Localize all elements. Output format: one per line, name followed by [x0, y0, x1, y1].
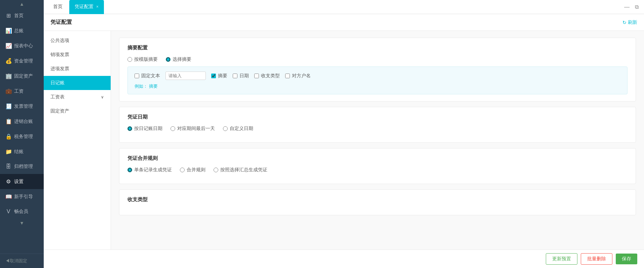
sidebar-item-invoice-mgmt[interactable]: 🧾 发票管理 — [0, 99, 44, 114]
checkbox-date-input[interactable] — [233, 74, 237, 78]
tax-icon: 🔒 — [5, 133, 11, 140]
chevron-down-icon: ∨ — [101, 95, 104, 99]
checkbox-summary-input[interactable] — [211, 74, 216, 78]
sidebar-item-reports[interactable]: 📈 报表中心 — [0, 38, 44, 53]
batch-delete-button[interactable]: 批量删除 — [581, 253, 612, 265]
update-preview-button[interactable]: 更新预置 — [546, 253, 577, 265]
tab-home[interactable]: 首页 — [48, 0, 68, 14]
sidebar-unpin-button[interactable]: ◀取消固定 — [0, 254, 44, 268]
right-content: 摘要配置 按模版摘要 选择摘要 固定文本 — [111, 31, 644, 250]
checkbox-summary[interactable]: 摘要 — [211, 73, 227, 79]
sidebar-item-fixed-assets[interactable]: 🏢 固定资产 — [0, 69, 44, 84]
tab-voucher-config[interactable]: 凭证配置 × — [69, 0, 104, 14]
content-body: 公共选项 销项发票 进项发票 日记账 工资表 ∨ 固定资产 摘要配置 — [44, 31, 644, 250]
income-section: 收支类型 — [119, 189, 636, 215]
nav-item-fixed-assets[interactable]: 固定资产 — [44, 104, 111, 118]
invoice-mgmt-icon: 🧾 — [5, 103, 11, 109]
merge-section: 凭证合并规则 单条记录生成凭证 合并规则 按照选择汇总生成凭证 — [119, 148, 636, 184]
checkbox-date[interactable]: 日期 — [233, 73, 249, 79]
radio-accounting-date[interactable]: 按日记账日期 — [127, 126, 162, 132]
guide-icon: 📖 — [5, 193, 11, 200]
radio-select-merge[interactable]: 按照选择汇总生成凭证 — [214, 167, 267, 173]
sidebar-item-payroll[interactable]: 💼 工资 — [0, 84, 44, 99]
radio-template-summary-input[interactable] — [127, 57, 132, 62]
bottom-bar: 更新预置 批量删除 保存 — [44, 250, 644, 268]
date-radio-group: 按日记账日期 对应期间最后一天 自定义日期 — [127, 126, 628, 132]
sidebar-item-funds[interactable]: 💰 资金管理 — [0, 53, 44, 69]
refresh-button[interactable]: ↻ 刷新 — [622, 19, 637, 26]
radio-custom-date[interactable]: 自定义日期 — [223, 126, 253, 132]
sidebar: ▲ ⊞ 首页 📊 总账 📈 报表中心 💰 资金管理 🏢 固定资产 💼 工资 🧾 … — [0, 0, 44, 268]
radio-select-summary[interactable]: 选择摘要 — [166, 56, 191, 62]
close-account-icon: 📁 — [5, 148, 11, 155]
summary-radio-group: 按模版摘要 选择摘要 — [127, 56, 628, 62]
archive-icon: 🗄 — [5, 164, 11, 170]
checkbox-counterpart-input[interactable] — [285, 74, 290, 78]
tab-bar: 首页 凭证配置 × — ⧉ — [44, 0, 644, 14]
radio-template-summary[interactable]: 按模版摘要 — [127, 56, 158, 62]
nav-item-sales-invoice[interactable]: 销项发票 — [44, 48, 111, 62]
sidebar-item-ledger[interactable]: 📊 总账 — [0, 23, 44, 38]
home-icon: ⊞ — [5, 12, 11, 19]
payroll-icon: 💼 — [5, 88, 11, 94]
tab-bar-restore-icon[interactable]: ⧉ — [634, 3, 640, 11]
summary-example: 例如： 摘要 — [135, 83, 620, 89]
sidebar-item-home[interactable]: ⊞ 首页 — [0, 8, 44, 23]
radio-merge-input[interactable] — [180, 168, 185, 172]
save-button[interactable]: 保存 — [616, 254, 637, 264]
radio-period-last-input[interactable] — [171, 126, 175, 131]
tab-bar-actions: — ⧉ — [623, 3, 640, 11]
fixed-text-input[interactable] — [165, 72, 206, 80]
refresh-icon: ↻ — [622, 20, 627, 25]
radio-custom-date-input[interactable] — [223, 126, 228, 131]
sidebar-item-archive[interactable]: 🗄 归档管理 — [0, 159, 44, 174]
checkbox-fixed-text[interactable]: 固定文本 — [135, 73, 160, 79]
left-nav: 公共选项 销项发票 进项发票 日记账 工资表 ∨ 固定资产 — [44, 31, 111, 250]
date-section: 凭证日期 按日记账日期 对应期间最后一天 自定义日期 — [119, 107, 636, 143]
merge-radio-group: 单条记录生成凭证 合并规则 按照选择汇总生成凭证 — [127, 167, 628, 173]
funds-icon: 💰 — [5, 58, 11, 64]
checkbox-pay-type-input[interactable] — [254, 74, 259, 78]
summary-section-title: 摘要配置 — [127, 45, 628, 51]
radio-single-input[interactable] — [127, 168, 132, 172]
sidebar-item-vip[interactable]: V 畅会员 — [0, 204, 44, 219]
radio-accounting-date-input[interactable] — [127, 126, 132, 131]
tab-bar-minimize-icon[interactable]: — — [623, 3, 631, 11]
income-section-title: 收支类型 — [127, 196, 628, 203]
radio-merge[interactable]: 合并规则 — [180, 167, 205, 173]
sidebar-item-purchase-sales[interactable]: 📋 进销台账 — [0, 114, 44, 129]
nav-item-purchase-invoice[interactable]: 进项发票 — [44, 62, 111, 76]
vip-icon: V — [5, 209, 11, 215]
sidebar-item-guide[interactable]: 📖 新手引导 — [0, 189, 44, 204]
radio-select-merge-input[interactable] — [214, 168, 218, 172]
sidebar-item-settings[interactable]: ⚙ 设置 — [0, 174, 44, 189]
sidebar-scroll-up[interactable]: ▲ — [0, 0, 44, 8]
settings-icon: ⚙ — [5, 178, 11, 185]
ledger-icon: 📊 — [5, 28, 11, 34]
content-header: 凭证配置 ↻ 刷新 — [44, 14, 644, 31]
checkbox-counterpart[interactable]: 对方户名 — [285, 73, 311, 79]
main-area: 首页 凭证配置 × — ⧉ 凭证配置 ↻ 刷新 公共选项 销项发票 进 — [44, 0, 644, 268]
nav-item-journal[interactable]: 日记账 — [44, 76, 111, 90]
date-section-title: 凭证日期 — [127, 114, 628, 120]
purchase-sales-icon: 📋 — [5, 118, 11, 125]
sidebar-scroll-down[interactable]: ▼ — [0, 219, 44, 227]
merge-section-title: 凭证合并规则 — [127, 155, 628, 162]
nav-item-payroll-table[interactable]: 工资表 ∨ — [44, 90, 111, 104]
radio-period-last[interactable]: 对应期间最后一天 — [171, 126, 215, 132]
summary-section: 摘要配置 按模版摘要 选择摘要 固定文本 — [119, 38, 636, 101]
summary-checkbox-row: 固定文本 摘要 日期 收支类型 — [135, 72, 620, 80]
checkbox-pay-type[interactable]: 收支类型 — [254, 73, 280, 79]
reports-icon: 📈 — [5, 43, 11, 49]
sidebar-item-tax[interactable]: 🔒 税务管理 — [0, 129, 44, 144]
fixed-assets-icon: 🏢 — [5, 73, 11, 79]
tab-close-icon[interactable]: × — [96, 4, 99, 9]
radio-single[interactable]: 单条记录生成凭证 — [127, 167, 172, 173]
checkbox-fixed-text-input[interactable] — [135, 74, 139, 78]
radio-select-summary-input[interactable] — [166, 57, 171, 62]
summary-sub-box: 固定文本 摘要 日期 收支类型 — [127, 66, 628, 94]
page-title: 凭证配置 — [50, 19, 72, 26]
sidebar-item-close-account[interactable]: 📁 结账 — [0, 144, 44, 159]
nav-item-public[interactable]: 公共选项 — [44, 34, 111, 48]
